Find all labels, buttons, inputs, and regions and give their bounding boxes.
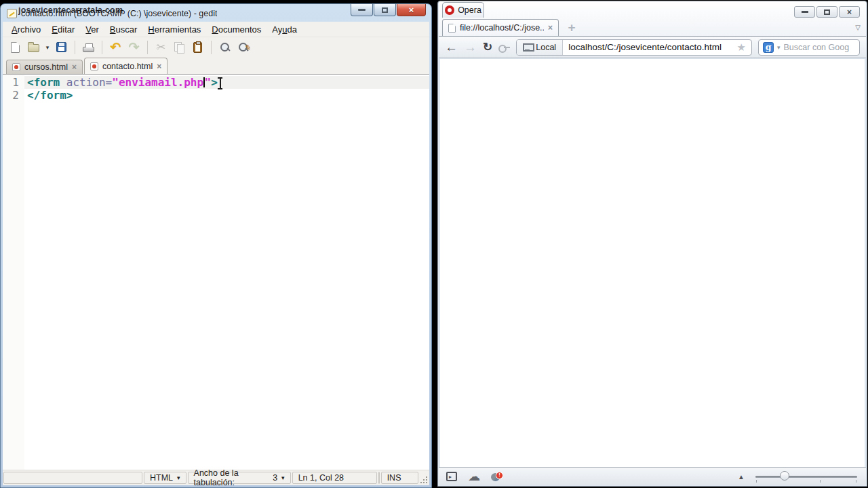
mouse-ibeam-cursor — [217, 77, 223, 91]
opera-window-controls: × — [794, 6, 860, 18]
resize-grip[interactable] — [420, 472, 428, 484]
minimize-button[interactable] — [794, 6, 815, 18]
maximize-button[interactable] — [374, 4, 396, 16]
tab-width-selector[interactable]: Ancho de la tabulación: 3 ▾ — [188, 472, 291, 484]
close-button[interactable]: × — [397, 4, 426, 16]
fit-to-width-button[interactable]: ▲ — [738, 473, 745, 481]
search-button[interactable] — [216, 39, 233, 56]
statusbar-message-area — [3, 472, 142, 484]
back-button[interactable]: ← — [445, 41, 458, 54]
cut-button[interactable]: ✂ — [153, 39, 170, 56]
opera-turbo-button[interactable]: ! — [491, 472, 503, 482]
gedit-tabbar: cursos.html × contacto.html × — [3, 57, 429, 74]
code-area[interactable]: <form action="enviamail.php"> </form> — [24, 75, 429, 470]
tab-close-icon[interactable]: × — [548, 23, 553, 33]
chevron-down-icon: ▾ — [281, 474, 285, 481]
print-button[interactable] — [80, 39, 97, 56]
bookmark-star-icon[interactable]: ★ — [737, 41, 751, 54]
tab-contacto[interactable]: contacto.html × — [84, 58, 167, 74]
opera-menu-label: Opera — [458, 5, 481, 15]
menu-documentos[interactable]: Documentos — [206, 23, 267, 36]
opera-menu-button[interactable]: Opera — [442, 2, 484, 18]
open-folder-icon — [28, 44, 39, 52]
search-field[interactable]: g ▾ Buscar con Goog — [758, 39, 860, 56]
gedit-menubar: Archivo Editar Ver Buscar Herramientas D… — [3, 22, 429, 37]
search-engine-dropdown-icon[interactable]: ▾ — [777, 44, 781, 51]
menu-herramientas[interactable]: Herramientas — [142, 23, 206, 36]
copy-icon — [174, 42, 184, 53]
minimize-icon — [358, 9, 366, 11]
minimize-button[interactable] — [351, 4, 373, 16]
tab-overflow-icon[interactable]: ▽ — [855, 24, 861, 31]
local-badge-label: Local — [536, 43, 556, 52]
close-button[interactable]: × — [839, 6, 860, 18]
copy-button[interactable] — [171, 39, 188, 56]
toolbar-separator — [102, 41, 102, 54]
gedit-window-controls: × — [350, 4, 426, 16]
toolbar-separator — [75, 41, 75, 54]
menu-ayuda[interactable]: Ayuda — [267, 23, 302, 36]
cursor-position: Ln 1, Col 28 — [292, 472, 377, 484]
new-tab-button[interactable]: + — [565, 21, 578, 35]
line-number: 2 — [3, 89, 19, 102]
google-icon: g — [763, 42, 774, 53]
menu-ver[interactable]: Ver — [80, 23, 104, 36]
toolbar-separator — [211, 41, 212, 54]
maximize-button[interactable] — [816, 6, 837, 18]
desktop: contacto.html (BOOTCAMP (C:) \josevicent… — [0, 0, 868, 488]
forward-button[interactable]: → — [464, 41, 477, 54]
panels-toggle-button[interactable]: ▸ — [446, 472, 457, 481]
browser-tab[interactable]: file://localhost/C:/jose... × — [442, 19, 559, 36]
undo-button[interactable]: ↶ — [107, 39, 124, 56]
url-text[interactable]: localhost/C:/josevicente/contacto.html — [563, 42, 736, 52]
password-wand-icon[interactable] — [498, 45, 510, 50]
paste-button[interactable] — [189, 39, 206, 56]
document-icon — [90, 62, 98, 70]
tab-close-icon[interactable]: × — [157, 62, 161, 70]
maximize-icon — [382, 7, 388, 13]
save-button[interactable] — [53, 39, 70, 56]
document-icon — [12, 63, 20, 71]
opera-tabbar: file://localhost/C:/jose... × + ▽ — [439, 18, 866, 37]
opera-link-cloud-icon[interactable]: ☁ — [468, 470, 480, 483]
open-dropdown-button[interactable]: ▾ — [43, 44, 52, 51]
code-editor[interactable]: 1 2 <form action="enviamail.php"> </form… — [3, 74, 429, 470]
paste-icon — [193, 42, 202, 53]
menu-archivo[interactable]: Archivo — [6, 23, 46, 36]
zoom-slider[interactable] — [755, 470, 857, 483]
line-number: 1 — [3, 76, 19, 89]
insert-mode-indicator[interactable]: INS — [381, 472, 418, 484]
local-badge-button[interactable]: Local — [517, 40, 563, 55]
zoom-slider-handle[interactable] — [780, 471, 789, 481]
statusbar-spacer — [378, 472, 380, 484]
turbo-alert-badge: ! — [496, 472, 503, 479]
menu-editar[interactable]: Editar — [46, 23, 80, 36]
zoom-slider-track[interactable] — [755, 476, 857, 478]
code-line-2: </form> — [24, 89, 429, 102]
cut-icon: ✂ — [157, 42, 165, 53]
minimize-icon — [802, 11, 808, 13]
replace-button[interactable]: ✎ — [235, 39, 252, 56]
open-button[interactable] — [25, 39, 42, 56]
new-document-button[interactable] — [7, 39, 24, 56]
menu-buscar[interactable]: Buscar — [104, 23, 142, 36]
gedit-titlebar[interactable]: contacto.html (BOOTCAMP (C:) \josevicent… — [1, 4, 431, 20]
search-icon — [220, 42, 231, 53]
reload-button[interactable]: ↻ — [483, 41, 492, 53]
opera-toolbar: ← → ↻ Local localhost/C:/josevicente/con… — [439, 37, 866, 58]
zoom-tick — [820, 480, 821, 483]
monitor-icon — [523, 43, 532, 51]
browser-viewport[interactable] — [440, 59, 865, 467]
gedit-toolbar: ▾ ↶ ↷ ✂ ✎ — [3, 37, 429, 57]
tab-close-icon[interactable]: × — [72, 63, 77, 71]
pencil-icon: ✎ — [244, 43, 250, 52]
gedit-chrome: Archivo Editar Ver Buscar Herramientas D… — [3, 22, 429, 485]
opera-statusbar: ▸ ☁ ! ▲ — [439, 467, 866, 485]
redo-button[interactable]: ↷ — [125, 39, 142, 56]
toolbar-separator — [147, 41, 148, 54]
address-bar[interactable]: Local localhost/C:/josevicente/contacto.… — [516, 39, 752, 56]
code-line-1: <form action="enviamail.php"> — [24, 76, 429, 89]
tab-cursos[interactable]: cursos.html × — [6, 60, 83, 74]
language-selector[interactable]: HTML ▾ — [144, 472, 186, 484]
gedit-statusbar: HTML ▾ Ancho de la tabulación: 3 ▾ Ln 1,… — [3, 470, 429, 485]
